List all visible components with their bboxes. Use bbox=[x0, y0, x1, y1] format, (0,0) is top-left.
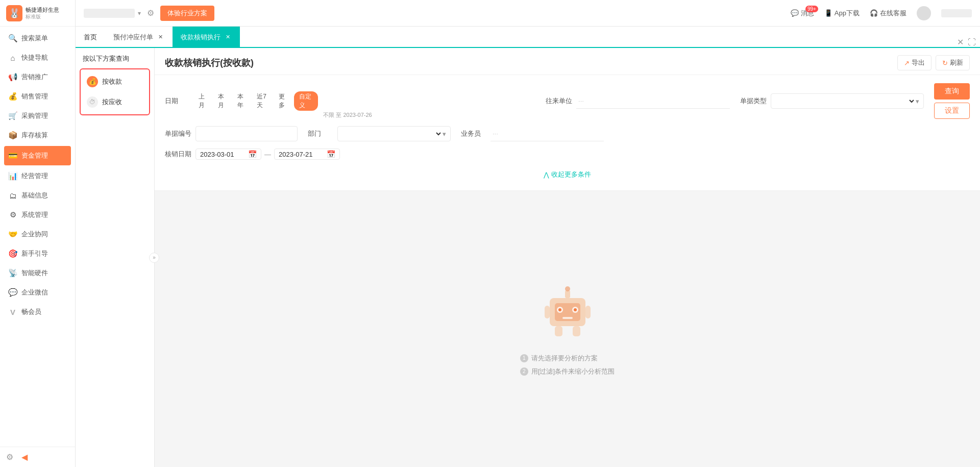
form-row-writeoff-date: 核销日期 📅 — 📅 bbox=[165, 149, 970, 160]
date-btn-7days[interactable]: 近7天 bbox=[253, 91, 273, 111]
empty-tip-1: 1 请先选择要分析的方案 bbox=[520, 352, 615, 365]
sidebar-item-vip[interactable]: V 畅会员 bbox=[0, 302, 75, 322]
sidebar-nav: 🔍 搜索菜单 ⌂ 快捷导航 📢 营销推广 💰 销售管理 🛒 采购管理 📦 库存核… bbox=[0, 27, 75, 447]
writeoff-start-calendar-icon[interactable]: 📅 bbox=[248, 150, 257, 158]
svg-rect-7 bbox=[565, 290, 570, 298]
purchase-icon: 🛒 bbox=[8, 111, 17, 120]
staff-ellipsis: ··· bbox=[493, 130, 498, 137]
search-form: 日期 上月 本月 本年 近7天 更多 自定义 不限 至 2023-07-26 bbox=[155, 75, 980, 191]
expand-tab-icon[interactable]: ⛶ bbox=[968, 38, 976, 47]
writeoff-end-date-wrap[interactable]: 📅 bbox=[274, 149, 340, 160]
logo-text: 畅捷通好生意 标准版 bbox=[26, 6, 59, 20]
main-area: ▾ ⚙ 体验行业方案 💬 消息 99+ 📱 App下载 🎧 在线客服 首 bbox=[76, 0, 980, 467]
tab-receivable[interactable]: 收款核销执行 ✕ bbox=[173, 27, 240, 47]
operation-icon: 📊 bbox=[8, 171, 17, 181]
header-gear-icon[interactable]: ⚙ bbox=[147, 8, 154, 18]
date-quick-buttons: 上月 本月 本年 近7天 更多 自定义 bbox=[194, 91, 318, 111]
header-actions: 💬 消息 99+ 📱 App下载 🎧 在线客服 bbox=[791, 6, 972, 20]
main-content: 收款核销执行(按收款) ↗ 导出 ↻ 刷新 日期 bbox=[155, 48, 980, 467]
tab-home[interactable]: 首页 bbox=[76, 27, 105, 47]
doc-type-field: 单据类型 ▾ bbox=[740, 93, 924, 109]
dept-select[interactable]: ▾ bbox=[337, 126, 451, 141]
service-icon: 🎧 bbox=[870, 9, 878, 17]
sidebar-item-basic[interactable]: 🗂 基础信息 bbox=[0, 186, 75, 205]
tab-close-receivable[interactable]: ✕ bbox=[224, 33, 232, 41]
filter-options-box: 💰 按收款 ⏱ 按应收 bbox=[80, 68, 150, 115]
page-actions: ↗ 导出 ↻ 刷新 bbox=[897, 55, 970, 70]
export-button[interactable]: ↗ 导出 bbox=[897, 55, 932, 70]
sidebar-item-guide[interactable]: 🎯 新手引导 bbox=[0, 244, 75, 263]
logo-icon: 🐰 bbox=[6, 5, 22, 21]
sidebar-item-inventory[interactable]: 📦 库存核算 bbox=[0, 126, 75, 145]
sidebar-item-wechat[interactable]: 💬 企业微信 bbox=[0, 283, 75, 302]
query-button[interactable]: 查询 bbox=[934, 83, 970, 100]
close-tab-icon[interactable]: ✕ bbox=[957, 37, 964, 47]
sidebar-item-enterprise[interactable]: 🤝 企业协同 bbox=[0, 225, 75, 244]
writeoff-start-date-input[interactable] bbox=[200, 151, 246, 158]
dept-dropdown[interactable] bbox=[342, 130, 443, 138]
filter-option-receivable[interactable]: ⏱ 按应收 bbox=[83, 92, 147, 112]
tab-bar: 首页 预付冲应付单 ✕ 收款核销执行 ✕ ✕ ⛶ bbox=[76, 27, 980, 48]
refresh-button[interactable]: ↻ 刷新 bbox=[936, 55, 970, 70]
doc-type-dropdown[interactable] bbox=[775, 97, 916, 106]
svg-rect-11 bbox=[555, 326, 562, 336]
sidebar-item-quick-nav[interactable]: ⌂ 快捷导航 bbox=[0, 48, 75, 67]
date-field: 日期 上月 本月 本年 近7天 更多 自定义 bbox=[165, 91, 318, 111]
sidebar-item-operation[interactable]: 📊 经营管理 bbox=[0, 166, 75, 186]
staff-input-area[interactable]: ··· bbox=[491, 126, 604, 141]
message-icon: 💬 bbox=[791, 9, 799, 17]
date-btn-custom[interactable]: 自定义 bbox=[294, 91, 318, 111]
svg-point-8 bbox=[565, 286, 570, 291]
message-action[interactable]: 💬 消息 99+ bbox=[791, 9, 814, 18]
page-title: 收款核销执行(按收款) bbox=[165, 57, 254, 69]
partner-label: 往来单位 bbox=[546, 96, 572, 106]
sidebar-item-finance[interactable]: 💳 资金管理 bbox=[4, 146, 71, 165]
svg-rect-12 bbox=[573, 326, 580, 336]
inventory-icon: 📦 bbox=[8, 131, 17, 140]
filter-option-receipt[interactable]: 💰 按收款 bbox=[83, 71, 147, 92]
tab-close-prepay[interactable]: ✕ bbox=[156, 33, 164, 41]
enterprise-icon: 🤝 bbox=[8, 230, 17, 239]
sidebar-item-hardware[interactable]: 📡 智能硬件 bbox=[0, 263, 75, 283]
doc-type-label: 单据类型 bbox=[740, 96, 767, 106]
sidebar-item-search[interactable]: 🔍 搜索菜单 bbox=[0, 29, 75, 48]
settings-bottom-icon[interactable]: ⚙ bbox=[6, 452, 13, 462]
sidebar-item-purchase[interactable]: 🛒 采购管理 bbox=[0, 106, 75, 126]
solution-button[interactable]: 体验行业方案 bbox=[160, 6, 214, 21]
vip-icon: V bbox=[8, 308, 17, 316]
app-download-action[interactable]: 📱 App下载 bbox=[824, 9, 860, 18]
online-service-action[interactable]: 🎧 在线客服 bbox=[870, 9, 906, 18]
user-avatar[interactable] bbox=[917, 6, 931, 20]
partner-ellipsis: ··· bbox=[578, 97, 584, 105]
doc-type-select[interactable]: ▾ bbox=[771, 93, 924, 109]
export-icon: ↗ bbox=[904, 59, 910, 67]
sidebar-bottom: ⚙ ◀ bbox=[0, 447, 75, 467]
staff-label: 业务员 bbox=[461, 129, 486, 138]
top-header: ▾ ⚙ 体验行业方案 💬 消息 99+ 📱 App下载 🎧 在线客服 bbox=[76, 0, 980, 27]
message-badge: 99+ bbox=[805, 6, 818, 12]
partner-input-area[interactable]: ··· bbox=[576, 93, 729, 109]
date-btn-more[interactable]: 更多 bbox=[275, 91, 292, 111]
company-name bbox=[84, 9, 135, 18]
writeoff-end-date-input[interactable] bbox=[279, 151, 325, 158]
doc-no-input[interactable] bbox=[195, 126, 298, 141]
sidebar-item-sales[interactable]: 💰 销售管理 bbox=[0, 87, 75, 106]
settings-button[interactable]: 设置 bbox=[934, 103, 970, 119]
svg-rect-9 bbox=[545, 306, 550, 318]
collapse-more-btn[interactable]: ⋀ 收起更多条件 bbox=[165, 167, 970, 182]
company-selector[interactable]: ▾ bbox=[84, 9, 141, 18]
collapse-filter-btn[interactable]: » bbox=[149, 253, 159, 263]
date-btn-this-year[interactable]: 本年 bbox=[233, 91, 251, 111]
sidebar-item-system[interactable]: ⚙ 系统管理 bbox=[0, 205, 75, 225]
sidebar-item-marketing[interactable]: 📢 营销推广 bbox=[0, 67, 75, 87]
writeoff-end-calendar-icon[interactable]: 📅 bbox=[327, 150, 335, 158]
collapse-sidebar-icon[interactable]: ◀ bbox=[21, 452, 28, 462]
svg-point-4 bbox=[558, 308, 561, 311]
date-btn-last-month[interactable]: 上月 bbox=[194, 91, 212, 111]
tab-prepay[interactable]: 预付冲应付单 ✕ bbox=[105, 27, 173, 47]
date-btn-this-month[interactable]: 本月 bbox=[214, 91, 231, 111]
svg-rect-6 bbox=[562, 317, 573, 319]
company-chevron-icon: ▾ bbox=[138, 10, 141, 17]
partner-field: 往来单位 ··· bbox=[546, 93, 729, 109]
writeoff-start-date-wrap[interactable]: 📅 bbox=[195, 149, 261, 160]
